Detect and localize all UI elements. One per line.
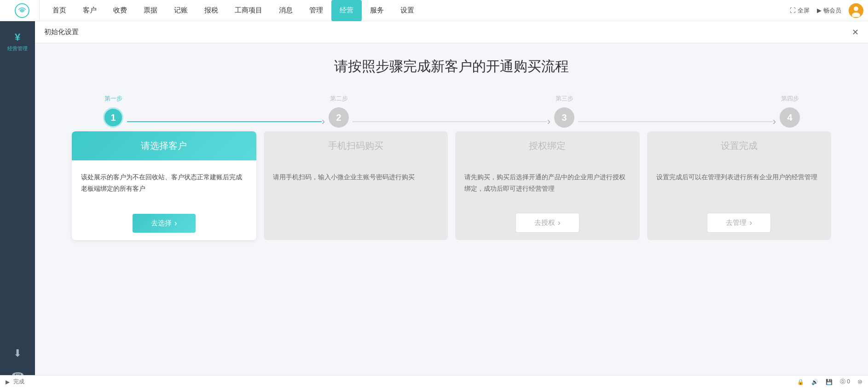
step2-card-header: 手机扫码购买: [264, 131, 448, 160]
step1-card-body: 该处展示的客户为不在回收站、客户状态正常建账后完成老板端绑定的所有客户: [72, 160, 256, 206]
step1-btn[interactable]: 去选择 ›: [133, 214, 196, 233]
step2-card-footer: [264, 225, 448, 240]
nav-settings[interactable]: 设置: [392, 0, 422, 21]
play-icon[interactable]: ▶: [6, 379, 10, 385]
page-title: 初始化设置: [44, 28, 79, 36]
fullscreen-icon: ⛶: [790, 7, 796, 14]
step2-card: 手机扫码购买 请用手机扫码，输入小微企业主账号密码进行购买: [264, 131, 448, 240]
nav-bill[interactable]: 票据: [135, 0, 166, 21]
status-bar-right: 🔒 🔊 💾 ⓪ 0 ⑩: [797, 378, 862, 386]
sidebar-operation-label: 经营管理: [7, 45, 28, 52]
yuan-icon: ¥: [15, 31, 20, 43]
shield-icon: 🔒: [797, 379, 804, 385]
step2-label: 第二步: [330, 94, 348, 103]
logo-icon: [15, 3, 29, 18]
step1-btn-arrow: ›: [174, 218, 177, 228]
main-content: 初始化设置 ✕ 请按照步骤完成新客户的开通购买流程 第一步 1: [35, 21, 868, 388]
main-layout: ¥ 经营管理 ⬇ ☎ 初始化设置 ✕ 请按照步骤完成新客户的开通购买流程: [0, 21, 868, 388]
nav-home[interactable]: 首页: [44, 0, 75, 21]
step1-card-footer: 去选择 ›: [72, 206, 256, 240]
step4-card-footer: 去管理 ›: [647, 206, 832, 240]
step-cards: 请选择客户 该处展示的客户为不在回收站、客户状态正常建账后完成老板端绑定的所有客…: [63, 131, 840, 240]
step3-label: 第三步: [556, 94, 573, 103]
fullscreen-label: 全屏: [798, 6, 810, 15]
nav-fee[interactable]: 收费: [105, 0, 135, 21]
nav-tax[interactable]: 报税: [196, 0, 226, 21]
close-button[interactable]: ✕: [852, 27, 859, 37]
step3-card-header: 授权绑定: [455, 131, 640, 160]
app-logo[interactable]: [5, 0, 40, 21]
step1-card: 请选择客户 该处展示的客户为不在回收站、客户状态正常建账后完成老板端绑定的所有客…: [72, 131, 256, 240]
step4-btn-arrow: ›: [749, 218, 752, 228]
vip-icon: ▶: [817, 7, 822, 14]
step1-circle: 1: [103, 107, 123, 128]
step2-circle: 2: [329, 107, 349, 128]
step4-circle: 4: [780, 107, 800, 128]
svg-point-2: [854, 6, 858, 11]
sidebar-download-btn[interactable]: ⬇: [0, 342, 35, 365]
sidebar-item-operation[interactable]: ¥ 经营管理: [0, 26, 35, 58]
page-header: 初始化设置 ✕: [35, 21, 868, 43]
step3-btn-arrow: ›: [558, 218, 561, 228]
step1-label: 第一步: [104, 94, 122, 103]
nav-service[interactable]: 服务: [362, 0, 392, 21]
nav-items: 首页 客户 收费 票据 记账 报税 工商项目 消息 管理 经营 服务 设置: [40, 0, 790, 21]
top-nav: 首页 客户 收费 票据 记账 报税 工商项目 消息 管理 经营 服务 设置 ⛶ …: [0, 0, 868, 21]
step3-circle: 3: [554, 107, 574, 128]
volume-icon[interactable]: 🔊: [811, 379, 818, 385]
status-bar: ▶ 完成 🔒 🔊 💾 ⓪ 0 ⑩: [0, 375, 868, 388]
save-icon: 💾: [826, 379, 833, 385]
vip-label: 畅会员: [823, 6, 841, 15]
notif-count: ⓪ 0: [840, 378, 850, 386]
step4-card-header: 设置完成: [647, 131, 832, 160]
download-icon: ⬇: [13, 347, 22, 359]
setup-container: 请按照步骤完成新客户的开通购买流程 第一步 1 ›: [35, 43, 868, 388]
nav-right: ⛶ 全屏 ▶ 畅会员: [790, 3, 863, 18]
step3-card: 授权绑定 请先购买，购买后选择开通的产品中的企业用户进行授权绑定，成功后即可进行…: [455, 131, 640, 240]
step4-card-body: 设置完成后可以在管理列表进行所有企业用户的经营管理: [647, 160, 832, 206]
fullscreen-btn[interactable]: ⛶ 全屏: [790, 6, 810, 15]
step1-card-header: 请选择客户: [72, 131, 256, 160]
avatar-icon: [850, 4, 862, 17]
status-text: 完成: [13, 378, 24, 386]
step3-card-footer: 去授权 ›: [455, 206, 640, 240]
step3-card-body: 请先购买，购买后选择开通的产品中的企业用户进行授权绑定，成功后即可进行经营管理: [455, 160, 640, 206]
nav-manage[interactable]: 管理: [301, 0, 331, 21]
setup-main-title: 请按照步骤完成新客户的开通购买流程: [63, 57, 840, 76]
step4-card: 设置完成 设置完成后可以在管理列表进行所有企业用户的经营管理 去管理 ›: [647, 131, 832, 240]
nav-customer[interactable]: 客户: [75, 0, 105, 21]
step3-btn[interactable]: 去授权 ›: [515, 213, 579, 233]
step4-btn[interactable]: 去管理 ›: [707, 213, 771, 233]
nav-account[interactable]: 记账: [166, 0, 196, 21]
nav-operation[interactable]: 经营: [331, 0, 362, 21]
nav-business[interactable]: 工商项目: [226, 0, 271, 21]
step2-card-body: 请用手机扫码，输入小微企业主账号密码进行购买: [264, 160, 448, 225]
sidebar: ¥ 经营管理 ⬇ ☎: [0, 21, 35, 388]
update-icon: ⑩: [857, 379, 862, 385]
avatar[interactable]: [849, 3, 863, 18]
vip-btn[interactable]: ▶ 畅会员: [817, 6, 841, 15]
step4-label: 第四步: [781, 94, 799, 103]
nav-message[interactable]: 消息: [271, 0, 301, 21]
